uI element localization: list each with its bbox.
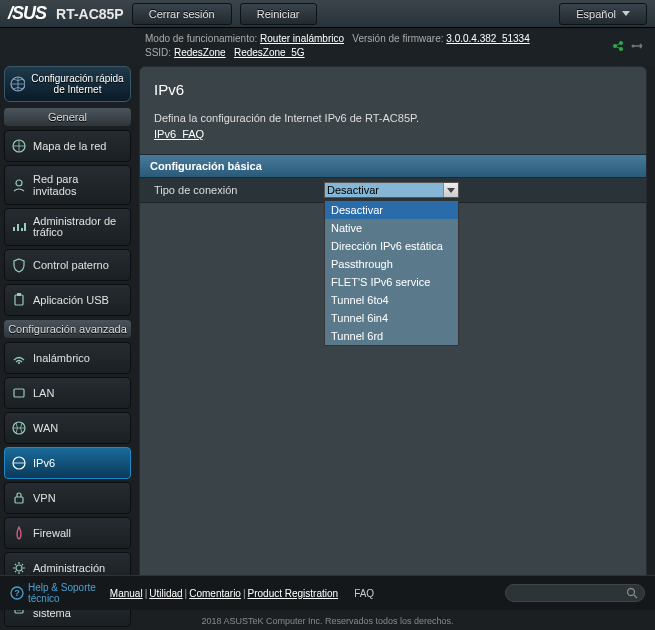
sidebar: Configuración rápidade Internet General … bbox=[0, 66, 135, 594]
model-name: RT-AC85P bbox=[56, 6, 124, 22]
usb-icon bbox=[11, 292, 27, 308]
svg-rect-10 bbox=[14, 389, 24, 397]
sidebar-section-advanced: Configuración avanzada bbox=[4, 320, 131, 338]
connection-type-dropdown: Desactivar Native Dirección IPv6 estátic… bbox=[324, 200, 459, 346]
firewall-icon bbox=[11, 525, 27, 541]
dropdown-option[interactable]: Dirección IPv6 estática bbox=[325, 237, 458, 255]
svg-rect-8 bbox=[17, 293, 21, 296]
lan-icon bbox=[11, 385, 27, 401]
sidebar-section-general: General bbox=[4, 108, 131, 126]
search-icon bbox=[626, 587, 638, 599]
sidebar-item-label: Red para invitados bbox=[33, 173, 124, 197]
footer-faq-label[interactable]: FAQ bbox=[354, 588, 374, 599]
sidebar-item-usb-app[interactable]: Aplicación USB bbox=[4, 284, 131, 316]
logout-button[interactable]: Cerrar sesión bbox=[132, 3, 232, 25]
shield-icon bbox=[11, 257, 27, 273]
sidebar-item-wireless[interactable]: Inalámbrico bbox=[4, 342, 131, 374]
dropdown-option[interactable]: Tunnel 6in4 bbox=[325, 309, 458, 327]
svg-point-18 bbox=[628, 589, 635, 596]
globe-gear-icon bbox=[9, 76, 25, 92]
ssid-label: SSID: bbox=[145, 47, 171, 58]
brand-logo: /SUS bbox=[8, 3, 46, 24]
svg-point-6 bbox=[16, 180, 22, 186]
dropdown-option[interactable]: Desactivar bbox=[325, 201, 458, 219]
sidebar-item-parental-control[interactable]: Control paterno bbox=[4, 249, 131, 281]
sidebar-item-label: Mapa de la red bbox=[33, 140, 106, 152]
sidebar-item-label: WAN bbox=[33, 422, 58, 434]
sidebar-item-label: VPN bbox=[33, 492, 56, 504]
sidebar-item-label: IPv6 bbox=[33, 457, 55, 469]
sidebar-item-firewall[interactable]: Firewall bbox=[4, 517, 131, 549]
sidebar-item-ipv6[interactable]: IPv6 bbox=[4, 447, 131, 479]
reboot-button[interactable]: Reiniciar bbox=[240, 3, 317, 25]
sidebar-item-label: Aplicación USB bbox=[33, 294, 109, 306]
footer-link-product-registration[interactable]: Product Registration bbox=[248, 588, 339, 599]
connection-type-value: Desactivar bbox=[327, 184, 379, 196]
footer-link-manual[interactable]: Manual bbox=[110, 588, 143, 599]
sidebar-item-label: Administración bbox=[33, 562, 105, 574]
footer-link-feedback[interactable]: Comentario bbox=[189, 588, 241, 599]
vpn-icon bbox=[11, 490, 27, 506]
svg-point-9 bbox=[18, 362, 20, 364]
help-icon[interactable]: ? bbox=[10, 586, 24, 600]
traffic-icon bbox=[11, 219, 27, 235]
network-icon[interactable] bbox=[611, 39, 625, 53]
fw-value[interactable]: 3.0.0.4.382_51334 bbox=[446, 33, 529, 44]
sidebar-item-lan[interactable]: LAN bbox=[4, 377, 131, 409]
footer-bar: ? Help & Soportetécnico Manual | Utilida… bbox=[0, 575, 655, 610]
gear-icon bbox=[11, 560, 27, 576]
language-label: Español bbox=[576, 8, 616, 20]
fw-label: Versión de firmware: bbox=[352, 33, 443, 44]
globe-icon bbox=[11, 138, 27, 154]
sidebar-item-label: Control paterno bbox=[33, 259, 109, 271]
ssid-value-2[interactable]: RedesZone_5G bbox=[234, 47, 305, 58]
mode-label: Modo de funcionamiento: bbox=[145, 33, 257, 44]
chevron-down-icon bbox=[443, 183, 458, 197]
svg-rect-13 bbox=[15, 497, 23, 503]
quick-setup-button[interactable]: Configuración rápidade Internet bbox=[4, 66, 131, 102]
info-bar: Modo de funcionamiento: Router inalámbri… bbox=[0, 28, 655, 66]
help-support-label: Help & Soportetécnico bbox=[28, 582, 96, 604]
sidebar-item-wan[interactable]: WAN bbox=[4, 412, 131, 444]
svg-point-3 bbox=[632, 45, 635, 48]
chevron-down-icon bbox=[622, 11, 630, 16]
sidebar-item-label: LAN bbox=[33, 387, 54, 399]
wan-icon bbox=[11, 420, 27, 436]
dropdown-option[interactable]: Tunnel 6to4 bbox=[325, 291, 458, 309]
sidebar-item-label: Firewall bbox=[33, 527, 71, 539]
sidebar-item-label: Inalámbrico bbox=[33, 352, 90, 364]
mode-value[interactable]: Router inalámbrico bbox=[260, 33, 344, 44]
row-connection-type: Tipo de conexión Desactivar Desactivar N… bbox=[140, 178, 646, 203]
connection-type-select[interactable]: Desactivar bbox=[324, 182, 459, 198]
connection-type-label: Tipo de conexión bbox=[154, 184, 324, 196]
dropdown-option[interactable]: Native bbox=[325, 219, 458, 237]
page-description: Defina la configuración de Internet IPv6… bbox=[154, 112, 632, 124]
quick-setup-label: Configuración rápidade Internet bbox=[29, 73, 126, 95]
svg-rect-7 bbox=[15, 295, 23, 305]
ssid-value-1[interactable]: RedesZone bbox=[174, 47, 226, 58]
sidebar-item-traffic-manager[interactable]: Administrador detráfico bbox=[4, 208, 131, 246]
copyright-text: 2018 ASUSTeK Computer Inc. Reservados to… bbox=[0, 616, 655, 626]
content-panel: IPv6 Defina la configuración de Internet… bbox=[139, 66, 647, 586]
dropdown-option[interactable]: FLET'S IPv6 service bbox=[325, 273, 458, 291]
footer-search-input[interactable] bbox=[505, 584, 645, 602]
wifi-icon bbox=[11, 350, 27, 366]
svg-point-14 bbox=[16, 565, 22, 571]
footer-link-utility[interactable]: Utilidad bbox=[149, 588, 182, 599]
ipv6-icon bbox=[11, 455, 27, 471]
language-button[interactable]: Español bbox=[559, 3, 647, 25]
guest-icon bbox=[11, 177, 27, 193]
svg-text:?: ? bbox=[14, 588, 20, 598]
page-title: IPv6 bbox=[154, 81, 632, 98]
dropdown-option[interactable]: Passthrough bbox=[325, 255, 458, 273]
header-bar: /SUS RT-AC85P Cerrar sesión Reiniciar Es… bbox=[0, 0, 655, 28]
sidebar-item-network-map[interactable]: Mapa de la red bbox=[4, 130, 131, 162]
dropdown-option[interactable]: Tunnel 6rd bbox=[325, 327, 458, 345]
sidebar-item-label: Administrador detráfico bbox=[33, 216, 116, 238]
usb-icon[interactable] bbox=[631, 41, 645, 51]
sidebar-item-vpn[interactable]: VPN bbox=[4, 482, 131, 514]
sidebar-item-guest-network[interactable]: Red para invitados bbox=[4, 165, 131, 205]
ipv6-faq-link[interactable]: IPv6_FAQ bbox=[154, 128, 204, 140]
section-header-basic: Configuración básica bbox=[140, 154, 646, 178]
